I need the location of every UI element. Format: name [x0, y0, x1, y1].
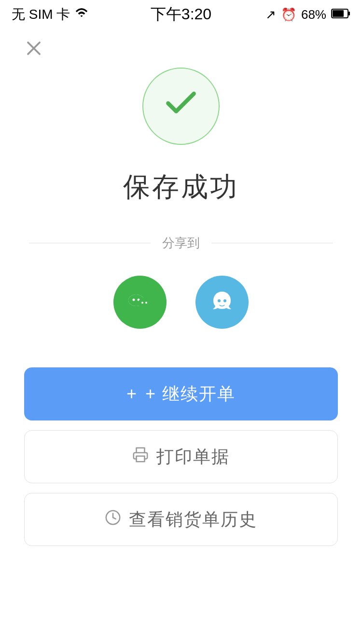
- svg-point-10: [145, 302, 147, 304]
- action-buttons: + + 继续开单 打印单据 查看销货单历史: [0, 367, 362, 546]
- main-content: 保存成功 分享到: [0, 29, 362, 546]
- share-divider: 分享到: [0, 235, 362, 252]
- print-label: 打印单据: [156, 445, 230, 469]
- divider-line-left: [29, 243, 151, 243]
- carrier-text: 无 SIM 卡: [12, 5, 70, 24]
- wechat-share-button[interactable]: [113, 276, 167, 329]
- share-icons-container: [113, 276, 249, 329]
- plus-icon: +: [126, 384, 138, 404]
- share-label: 分享到: [151, 235, 211, 252]
- svg-point-9: [141, 302, 143, 304]
- status-right: ↗ ⏰ 68%: [265, 7, 350, 22]
- svg-point-7: [133, 299, 135, 301]
- svg-rect-1: [333, 10, 344, 17]
- svg-rect-2: [348, 12, 350, 15]
- alarm-icon: ⏰: [281, 7, 296, 22]
- svg-rect-13: [137, 456, 145, 462]
- history-label: 查看销货单历史: [129, 508, 257, 532]
- close-button[interactable]: [19, 34, 48, 63]
- svg-point-11: [218, 299, 221, 302]
- location-icon: ↗: [265, 7, 276, 22]
- status-time: 下午3:20: [151, 4, 211, 25]
- battery-text: 68%: [301, 7, 326, 22]
- svg-point-12: [223, 299, 226, 302]
- divider-line-right: [211, 243, 333, 243]
- continue-button[interactable]: + + 继续开单: [24, 367, 338, 420]
- status-bar: 无 SIM 卡 下午3:20 ↗ ⏰ 68%: [0, 0, 362, 29]
- history-icon: [105, 509, 121, 530]
- qq-share-button[interactable]: [195, 276, 249, 329]
- continue-label: + 继续开单: [145, 382, 236, 406]
- history-button[interactable]: 查看销货单历史: [24, 493, 338, 546]
- success-title: 保存成功: [123, 169, 239, 206]
- wifi-icon: [75, 6, 88, 23]
- print-icon: [132, 447, 149, 467]
- success-circle: [142, 68, 220, 145]
- checkmark-icon: [162, 84, 200, 129]
- print-button[interactable]: 打印单据: [24, 430, 338, 483]
- status-left: 无 SIM 卡: [12, 5, 88, 24]
- battery-icon: [331, 7, 350, 22]
